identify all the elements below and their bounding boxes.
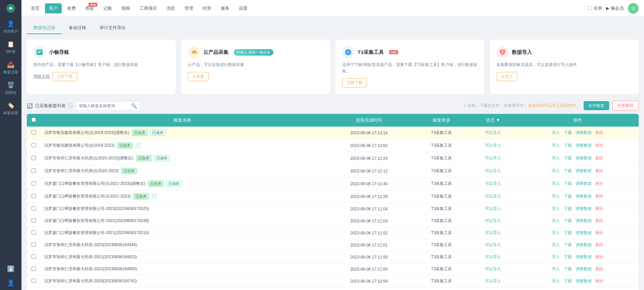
- action-adjust[interactable]: 调整数据: [576, 255, 592, 259]
- action-delete[interactable]: 删除: [595, 230, 603, 235]
- action-download[interactable]: 下载: [564, 181, 572, 186]
- action-download[interactable]: 下载: [564, 242, 572, 247]
- action-adjust[interactable]: 调整数据: [576, 181, 592, 186]
- row-checkbox[interactable]: [32, 143, 36, 147]
- topnav-home[interactable]: 首页: [27, 3, 44, 13]
- action-delete[interactable]: 删除: [595, 218, 603, 223]
- action-import[interactable]: 导入: [552, 194, 560, 199]
- action-import[interactable]: 导入: [552, 218, 560, 223]
- action-adjust[interactable]: 调整数据: [576, 143, 592, 148]
- tab-audit-export[interactable]: 审计文件导出: [93, 22, 132, 34]
- card-download-btn[interactable]: 立即下载: [52, 72, 77, 81]
- action-adjust[interactable]: 调整数据: [576, 279, 592, 283]
- row-checkbox[interactable]: [32, 168, 36, 173]
- topnav-operation[interactable]: 经营: [199, 3, 215, 13]
- row-checkbox[interactable]: [32, 255, 36, 259]
- topnav-clients[interactable]: 客户: [45, 3, 62, 13]
- sidebar-item-recycle[interactable]: 🗑️ 回收站: [0, 78, 21, 98]
- action-download[interactable]: 下载: [564, 218, 572, 223]
- sidebar-item-user-settings[interactable]: 👤: [0, 276, 21, 290]
- card-collect-btn[interactable]: 去采集: [188, 72, 209, 81]
- action-import[interactable]: 导入: [552, 230, 560, 235]
- action-import[interactable]: 导入: [552, 156, 560, 160]
- row-checkbox[interactable]: [32, 206, 36, 211]
- action-download[interactable]: 下载: [564, 143, 572, 148]
- row-checkbox[interactable]: [32, 279, 36, 283]
- row-checkbox[interactable]: [32, 194, 36, 198]
- row-checkbox[interactable]: [32, 130, 36, 135]
- topnav-accounting[interactable]: 记账: [99, 3, 116, 13]
- action-download[interactable]: 下载: [564, 156, 572, 160]
- action-download[interactable]: 下载: [564, 130, 572, 135]
- action-download[interactable]: 下载: [564, 255, 572, 259]
- card-import-btn[interactable]: 去导入: [496, 72, 517, 81]
- action-adjust[interactable]: 调整数据: [576, 194, 592, 199]
- topnav-invoice[interactable]: 票据 new: [81, 3, 98, 13]
- action-delete[interactable]: 删除: [595, 267, 603, 271]
- topnav-service[interactable]: 服务: [217, 3, 233, 13]
- card-help-link[interactable]: 帮助文档: [34, 74, 50, 79]
- action-download[interactable]: 下载: [564, 206, 572, 211]
- sidebar-item-account-migration[interactable]: 📥 账套迁移: [0, 58, 21, 78]
- tab-backup-migration[interactable]: 备份迁移: [62, 22, 93, 34]
- action-delete[interactable]: 删除: [595, 206, 603, 211]
- topnav-settings[interactable]: 设置: [235, 3, 252, 13]
- card-t3-download-btn[interactable]: 立即下载: [342, 78, 367, 87]
- col-status[interactable]: 状态 ▼: [470, 114, 517, 127]
- topnav-billing[interactable]: 收费: [63, 3, 80, 13]
- action-adjust[interactable]: 调整数据: [576, 242, 592, 247]
- topnav-business[interactable]: 工商项目: [136, 3, 161, 13]
- action-adjust[interactable]: 调整数据: [576, 206, 592, 211]
- action-adjust[interactable]: 调整数据: [576, 130, 592, 135]
- action-import[interactable]: 导入: [552, 181, 560, 186]
- topnav-message[interactable]: 消息: [162, 3, 179, 13]
- action-delete[interactable]: 删除: [595, 194, 603, 199]
- action-delete[interactable]: 删除: [595, 143, 603, 148]
- action-import[interactable]: 导入: [552, 267, 560, 271]
- row-checkbox[interactable]: [32, 230, 36, 235]
- sidebar-item-tag-settings[interactable]: 🏷️ 标签设置: [0, 98, 21, 119]
- action-delete[interactable]: 删除: [595, 168, 603, 173]
- row-checkbox[interactable]: [32, 267, 36, 271]
- action-import[interactable]: 导入: [552, 279, 560, 283]
- merge-account-btn[interactable]: 合并账套: [584, 101, 609, 110]
- help-icon[interactable]: ⓘ: [68, 103, 73, 109]
- action-adjust[interactable]: 调整数据: [576, 267, 592, 271]
- row-checkbox[interactable]: [32, 218, 36, 223]
- action-download[interactable]: 下载: [564, 194, 572, 199]
- sidebar-item-all-clients[interactable]: 👤 全部客户: [0, 17, 21, 37]
- row-checkbox[interactable]: [32, 181, 36, 186]
- action-download[interactable]: 下载: [564, 279, 572, 283]
- membership-btn[interactable]: ▶ 畅会员: [606, 5, 624, 11]
- action-adjust[interactable]: 调整数据: [576, 156, 592, 160]
- action-import[interactable]: 导入: [552, 242, 560, 247]
- topnav-manage[interactable]: 管理: [180, 3, 197, 13]
- batch-delete-btn[interactable]: 批量删除: [612, 101, 639, 111]
- sidebar-item-download[interactable]: ⬇️: [0, 262, 21, 276]
- row-checkbox[interactable]: [32, 242, 36, 247]
- tab-data-migration[interactable]: 数据包迁移: [27, 22, 62, 34]
- search-input[interactable]: [79, 103, 129, 108]
- action-adjust[interactable]: 调整数据: [576, 168, 592, 173]
- action-delete[interactable]: 删除: [595, 130, 603, 135]
- action-delete[interactable]: 删除: [595, 279, 603, 283]
- action-import[interactable]: 导入: [552, 143, 560, 148]
- action-download[interactable]: 下载: [564, 168, 572, 173]
- action-adjust[interactable]: 调整数据: [576, 218, 592, 223]
- action-import[interactable]: 导入: [552, 255, 560, 259]
- action-adjust[interactable]: 调整数据: [576, 230, 592, 235]
- action-import[interactable]: 导入: [552, 168, 560, 173]
- sidebar-item-zero-report[interactable]: 📋 0申报: [0, 37, 21, 58]
- action-import[interactable]: 导入: [552, 130, 560, 135]
- action-delete[interactable]: 删除: [595, 255, 603, 259]
- row-checkbox[interactable]: [32, 156, 36, 160]
- avatar[interactable]: U: [628, 3, 639, 14]
- refresh-icon[interactable]: 🔄: [27, 103, 33, 108]
- search-button[interactable]: 🔍: [131, 103, 137, 108]
- action-delete[interactable]: 删除: [595, 156, 603, 160]
- action-import[interactable]: 导入: [552, 206, 560, 211]
- action-download[interactable]: 下载: [564, 230, 572, 235]
- action-delete[interactable]: 删除: [595, 181, 603, 186]
- select-all-checkbox[interactable]: [32, 118, 36, 122]
- col-checkbox[interactable]: [27, 114, 40, 127]
